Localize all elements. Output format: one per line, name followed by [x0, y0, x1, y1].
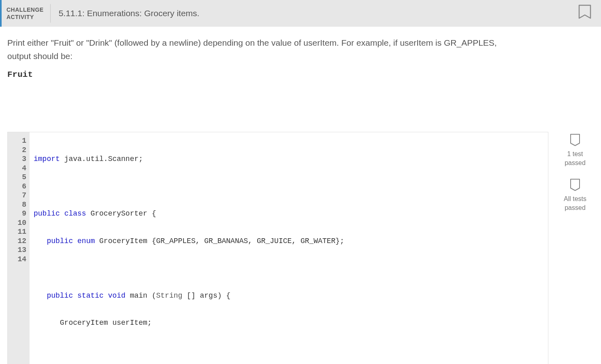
gutter-line: 9 — [8, 209, 26, 218]
challenge-label-line2: ACTIVITY — [6, 13, 44, 21]
gutter-line: 14 — [8, 255, 26, 264]
gutter-line: 2 — [8, 146, 26, 155]
shield-icon — [569, 178, 581, 192]
gutter-line: 7 — [8, 191, 26, 200]
code-line — [30, 182, 548, 191]
prompt-section: Print either "Fruit" or "Drink" (followe… — [0, 27, 601, 132]
code-line — [30, 264, 548, 273]
gutter-line: 3 — [8, 154, 26, 164]
all-tests-passed-badge: All tests passed — [564, 178, 586, 213]
gutter-line: 12 — [8, 237, 26, 246]
badge-text: passed — [565, 159, 586, 167]
work-area: 1 2 3 4 5 6 7 8 9 10 11 12 13 14 import … — [0, 132, 601, 364]
code-editor[interactable]: 1 2 3 4 5 6 7 8 9 10 11 12 13 14 import … — [7, 132, 548, 364]
badge-text: passed — [565, 203, 586, 212]
bookmark-icon[interactable] — [578, 0, 601, 27]
activity-title: 5.11.1: Enumerations: Grocery items. — [51, 0, 208, 27]
code-line: GroceryItem userItem; — [30, 318, 548, 328]
line-gutter: 1 2 3 4 5 6 7 8 9 10 11 12 13 14 — [8, 132, 30, 364]
code-line: public enum GroceryItem {GR_APPLES, GR_B… — [30, 237, 548, 246]
code-line: public static void main (String [] args)… — [30, 291, 548, 301]
gutter-line: 5 — [8, 173, 26, 182]
one-test-passed-badge: 1 test passed — [565, 133, 586, 168]
badge-text: All tests — [564, 195, 586, 203]
gutter-line: 8 — [8, 200, 26, 210]
code-line: import java.util.Scanner; — [30, 154, 548, 164]
code-text[interactable]: import java.util.Scanner; public class G… — [30, 132, 548, 364]
gutter-line: 11 — [8, 227, 26, 237]
shield-icon — [569, 133, 581, 147]
prompt-text: Print either "Fruit" or "Drink" (followe… — [7, 36, 518, 63]
code-line: public class GrocerySorter { — [30, 209, 548, 218]
badge-text: 1 test — [567, 150, 583, 159]
test-status-panel: 1 test passed All tests passed — [556, 132, 594, 364]
gutter-line: 4 — [8, 164, 26, 173]
activity-header: CHALLENGE ACTIVITY 5.11.1: Enumerations:… — [0, 0, 601, 27]
gutter-line: 1 — [8, 136, 26, 146]
challenge-label-line1: CHALLENGE — [6, 6, 44, 13]
gutter-line: 13 — [8, 245, 26, 255]
gutter-line: 10 — [8, 218, 26, 228]
challenge-activity-label: CHALLENGE ACTIVITY — [2, 4, 51, 23]
gutter-line: 6 — [8, 182, 26, 191]
example-output: Fruit — [7, 70, 594, 79]
code-line — [30, 346, 548, 355]
